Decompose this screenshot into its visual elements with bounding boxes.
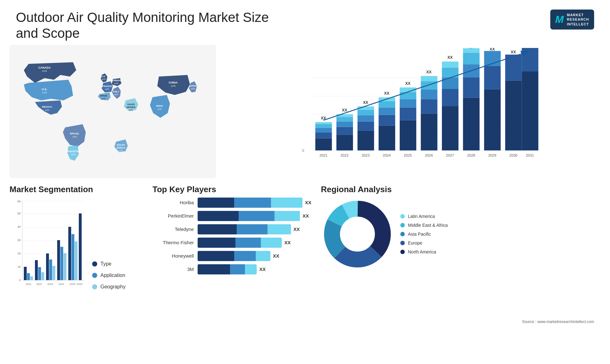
svg-rect-49 bbox=[336, 117, 353, 121]
svg-text:0: 0 bbox=[302, 149, 304, 152]
reg-legend-middle-east: Middle East & Africa bbox=[400, 223, 448, 228]
reg-dot-europe bbox=[400, 241, 405, 245]
bar-seg-1 bbox=[198, 224, 237, 234]
svg-rect-41 bbox=[315, 128, 332, 132]
segmentation-chart-svg: 0 10 20 30 40 50 60 2021 bbox=[10, 198, 86, 293]
svg-rect-131 bbox=[41, 272, 44, 280]
svg-rect-145 bbox=[79, 213, 82, 280]
svg-rect-76 bbox=[421, 90, 437, 99]
player-bar-bg-teledyne bbox=[198, 224, 291, 234]
svg-text:ITALY: ITALY bbox=[113, 90, 119, 93]
svg-text:XX: XX bbox=[511, 50, 516, 54]
svg-rect-61 bbox=[379, 115, 395, 125]
svg-rect-54 bbox=[357, 121, 374, 131]
svg-rect-134 bbox=[49, 260, 52, 280]
player-bar-horiba: XX bbox=[198, 198, 311, 208]
top-content: CANADA xx% U.S. xx% MEXICO xx% BRAZIL xx… bbox=[0, 45, 610, 178]
donut-chart-svg bbox=[321, 198, 394, 271]
svg-text:xx%: xx% bbox=[71, 153, 75, 156]
player-bar-bg-honeywell bbox=[198, 251, 270, 261]
svg-text:10: 10 bbox=[17, 265, 21, 268]
legend-dot-application bbox=[92, 273, 97, 278]
svg-text:40: 40 bbox=[17, 225, 21, 228]
players-list: Horiba XX PerkinElmer bbox=[152, 198, 311, 274]
player-row-teledyne: Teledyne XX bbox=[152, 224, 311, 234]
logo-letter: M bbox=[555, 14, 564, 25]
svg-text:2027: 2027 bbox=[446, 153, 454, 157]
legend-label-geography: Geography bbox=[100, 284, 125, 290]
svg-rect-75 bbox=[421, 99, 437, 114]
svg-text:2025: 2025 bbox=[404, 153, 412, 157]
svg-rect-62 bbox=[379, 108, 395, 115]
bar-seg-3 bbox=[245, 264, 257, 274]
svg-text:XX: XX bbox=[405, 81, 410, 86]
svg-rect-40 bbox=[315, 132, 332, 138]
bar-seg-1 bbox=[198, 251, 234, 261]
svg-text:JAPAN: JAPAN bbox=[189, 84, 197, 87]
svg-rect-39 bbox=[315, 138, 332, 150]
player-row-horiba: Horiba XX bbox=[152, 198, 311, 208]
svg-text:0: 0 bbox=[19, 279, 21, 282]
svg-text:XX: XX bbox=[469, 48, 474, 49]
reg-label-asia-pacific: Asia Pacific bbox=[408, 232, 431, 237]
reg-label-latin-america: Latin America bbox=[408, 214, 435, 219]
bar-seg-1 bbox=[198, 211, 239, 221]
legend-label-type: Type bbox=[100, 261, 112, 267]
svg-text:2021: 2021 bbox=[319, 153, 327, 157]
svg-text:xx%: xx% bbox=[129, 109, 133, 111]
player-name-honeywell: Honeywell bbox=[152, 253, 194, 259]
svg-text:30: 30 bbox=[17, 239, 21, 242]
svg-rect-48 bbox=[336, 121, 353, 127]
svg-text:2022: 2022 bbox=[36, 283, 42, 286]
svg-rect-82 bbox=[442, 89, 458, 106]
reg-legend-asia-pacific: Asia Pacific bbox=[400, 232, 448, 237]
svg-text:INDIA: INDIA bbox=[156, 104, 163, 107]
bar-seg-2 bbox=[234, 198, 271, 208]
svg-text:xx%: xx% bbox=[101, 98, 105, 100]
player-bar-bg-horiba bbox=[198, 198, 302, 208]
svg-rect-141 bbox=[68, 227, 71, 280]
logo-text: MARKETRESEARCHINTELLECT bbox=[567, 13, 589, 26]
svg-text:SPAIN: SPAIN bbox=[100, 94, 107, 97]
reg-dot-latin-america bbox=[400, 214, 405, 219]
svg-text:ARGENTINA: ARGENTINA bbox=[65, 150, 81, 153]
player-bar-perkinelmer: XX bbox=[198, 211, 311, 221]
svg-text:2031: 2031 bbox=[526, 153, 534, 157]
regional-content: Latin America Middle East & Africa Asia … bbox=[321, 198, 600, 271]
svg-text:xx%: xx% bbox=[114, 82, 118, 84]
svg-text:XX: XX bbox=[447, 55, 453, 60]
seg-legend: Type Application Geography bbox=[92, 198, 125, 290]
regional-title: Regional Analysis bbox=[321, 185, 600, 194]
bar-seg-3 bbox=[274, 211, 300, 221]
svg-text:2028: 2028 bbox=[467, 153, 475, 157]
player-bar-thermofisher: XX bbox=[198, 238, 311, 248]
svg-text:FRANCE: FRANCE bbox=[102, 85, 112, 88]
reg-label-middle-east: Middle East & Africa bbox=[408, 223, 448, 228]
svg-rect-78 bbox=[421, 76, 437, 81]
bar-seg-3 bbox=[271, 198, 302, 208]
reg-dot-middle-east bbox=[400, 223, 405, 227]
player-bar-bg-thermofisher bbox=[198, 238, 282, 248]
world-map-area: CANADA xx% U.S. xx% MEXICO xx% BRAZIL xx… bbox=[10, 45, 216, 178]
bar-chart-svg: 0 XX 2021 XX 2022 bbox=[241, 48, 594, 165]
svg-text:MEXICO: MEXICO bbox=[42, 105, 52, 108]
svg-text:2026: 2026 bbox=[77, 283, 82, 286]
svg-text:2025: 2025 bbox=[70, 283, 75, 286]
svg-text:SAUDI: SAUDI bbox=[127, 103, 134, 106]
player-value-thermofisher: XX bbox=[284, 240, 291, 245]
player-row-honeywell: Honeywell XX bbox=[152, 251, 311, 261]
player-name-3m: 3M bbox=[152, 266, 194, 272]
world-map-svg: CANADA xx% U.S. xx% MEXICO xx% BRAZIL xx… bbox=[10, 45, 216, 178]
svg-point-153 bbox=[342, 218, 373, 250]
bar-seg-1 bbox=[198, 198, 234, 208]
player-row-thermofisher: Thermo Fisher XX bbox=[152, 238, 311, 248]
player-row-3m: 3M XX bbox=[152, 264, 311, 274]
player-name-horiba: Horiba bbox=[152, 200, 194, 205]
svg-text:XX: XX bbox=[342, 108, 347, 112]
legend-dot-type bbox=[92, 261, 97, 266]
svg-rect-137 bbox=[57, 240, 60, 280]
player-value-3m: XX bbox=[259, 266, 266, 272]
bar-seg-2 bbox=[239, 211, 274, 221]
svg-rect-129 bbox=[35, 260, 38, 280]
svg-rect-68 bbox=[400, 108, 416, 120]
